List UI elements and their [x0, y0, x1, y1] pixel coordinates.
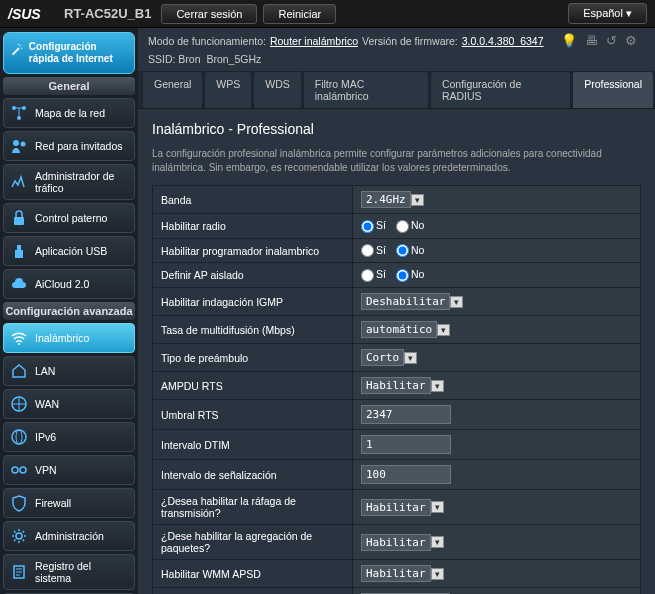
radio-no[interactable] — [396, 220, 409, 233]
sidebar-item-wireless[interactable]: Inalámbrico — [3, 323, 135, 353]
magic-wand-icon — [10, 43, 23, 63]
svg-point-17 — [16, 533, 22, 539]
sidebar-item-wan[interactable]: WAN — [3, 389, 135, 419]
status-icon-1: 💡 — [561, 33, 577, 48]
ipv6-icon — [10, 428, 28, 446]
svg-point-15 — [12, 467, 18, 473]
network-map-icon — [10, 104, 28, 122]
sched-yes[interactable] — [361, 244, 374, 257]
rts-input[interactable] — [361, 405, 451, 424]
svg-rect-8 — [14, 217, 24, 225]
apsd-select[interactable]: Habilitar — [361, 565, 431, 582]
log-icon — [10, 563, 28, 581]
svg-point-2 — [18, 44, 19, 45]
svg-point-13 — [12, 430, 26, 444]
sidebar-item-aicloud[interactable]: AiCloud 2.0 — [3, 269, 135, 299]
sidebar-header-general: General — [3, 77, 135, 95]
status-icon-2: 🖶 — [585, 33, 598, 48]
dropdown-arrow-icon[interactable]: ▾ — [411, 194, 424, 206]
tab-wps[interactable]: WPS — [204, 71, 252, 108]
beacon-input[interactable] — [361, 465, 451, 484]
settings-table: Banda2.4GHz▾ Habilitar radioSíNo Habilit… — [152, 185, 641, 594]
mcast-select[interactable]: automático — [361, 321, 437, 338]
ssid-link[interactable]: Bron — [178, 53, 200, 65]
reboot-button[interactable]: Reiniciar — [263, 4, 336, 24]
tab-mac-filter[interactable]: Filtro MAC inalámbrico — [303, 71, 429, 108]
gear-icon — [10, 527, 28, 545]
sidebar-item-admin[interactable]: Administración — [3, 521, 135, 551]
svg-rect-10 — [17, 245, 21, 250]
page-desc: La configuración profesional inalámbrica… — [152, 147, 641, 175]
tab-wds[interactable]: WDS — [253, 71, 302, 108]
quick-setup-button[interactable]: Configuración rápida de Internet — [3, 32, 135, 74]
vpn-icon — [10, 461, 28, 479]
sidebar-item-parental-control[interactable]: Control paterno — [3, 203, 135, 233]
svg-point-1 — [21, 47, 22, 48]
sidebar-item-traffic-manager[interactable]: Administrador de tráfico — [3, 164, 135, 200]
svg-point-14 — [16, 430, 22, 444]
traffic-icon — [10, 173, 28, 191]
wifi-icon — [10, 329, 28, 347]
status-icon-4: ⚙ — [625, 33, 637, 48]
sidebar: Configuración rápida de Internet General… — [0, 28, 138, 594]
sched-no[interactable] — [396, 244, 409, 257]
firmware-link[interactable]: 3.0.0.4.380_6347 — [462, 35, 544, 47]
radio-yes[interactable] — [361, 220, 374, 233]
globe-icon — [10, 395, 28, 413]
logo: /SUS — [0, 6, 60, 22]
burst-select[interactable]: Habilitar — [361, 499, 431, 516]
igmp-select[interactable]: Deshabilitar — [361, 293, 450, 310]
sidebar-item-guest-network[interactable]: Red para invitados — [3, 131, 135, 161]
svg-point-6 — [13, 140, 19, 146]
agg-select[interactable]: Habilitar — [361, 534, 431, 551]
header: /SUS RT-AC52U_B1 Cerrar sesión Reiniciar… — [0, 0, 655, 28]
svg-point-0 — [20, 45, 21, 46]
ampdu-select[interactable]: Habilitar — [361, 377, 431, 394]
sidebar-item-lan[interactable]: LAN — [3, 356, 135, 386]
cloud-icon — [10, 275, 28, 293]
op-mode-link[interactable]: Router inalámbrico — [270, 35, 358, 47]
band-select[interactable]: 2.4GHz — [361, 191, 411, 208]
model-name: RT-AC52U_B1 — [64, 6, 151, 21]
sidebar-header-advanced: Configuración avanzada — [3, 302, 135, 320]
dtim-input[interactable] — [361, 435, 451, 454]
svg-point-11 — [18, 343, 20, 345]
sidebar-item-usb-app[interactable]: Aplicación USB — [3, 236, 135, 266]
sidebar-item-network-map[interactable]: Mapa de la red — [3, 98, 135, 128]
sidebar-item-ipv6[interactable]: IPv6 — [3, 422, 135, 452]
sidebar-item-syslog[interactable]: Registro del sistema — [3, 554, 135, 590]
ap-no[interactable] — [396, 269, 409, 282]
home-icon — [10, 362, 28, 380]
svg-rect-9 — [15, 250, 23, 258]
guest-icon — [10, 137, 28, 155]
main-panel: Modo de funcionamiento: Router inalámbri… — [138, 28, 655, 594]
sidebar-item-firewall[interactable]: Firewall — [3, 488, 135, 518]
logout-button[interactable]: Cerrar sesión — [161, 4, 257, 24]
ap-yes[interactable] — [361, 269, 374, 282]
page-title: Inalámbrico - Professional — [152, 121, 641, 137]
usb-icon — [10, 242, 28, 260]
svg-point-7 — [21, 142, 26, 147]
svg-point-16 — [20, 467, 26, 473]
sidebar-item-vpn[interactable]: VPN — [3, 455, 135, 485]
preamble-select[interactable]: Corto — [361, 349, 404, 366]
tab-general[interactable]: General — [142, 71, 203, 108]
tab-professional[interactable]: Professional — [572, 71, 654, 108]
shield-icon — [10, 494, 28, 512]
status-icon-3: ↺ — [606, 33, 617, 48]
language-select[interactable]: Español ▾ — [568, 3, 647, 24]
tab-radius[interactable]: Configuración de RADIUS — [430, 71, 571, 108]
lock-icon — [10, 209, 28, 227]
tab-bar: General WPS WDS Filtro MAC inalámbrico C… — [138, 71, 655, 109]
ssid-5g-link[interactable]: Bron_5GHz — [206, 53, 261, 65]
